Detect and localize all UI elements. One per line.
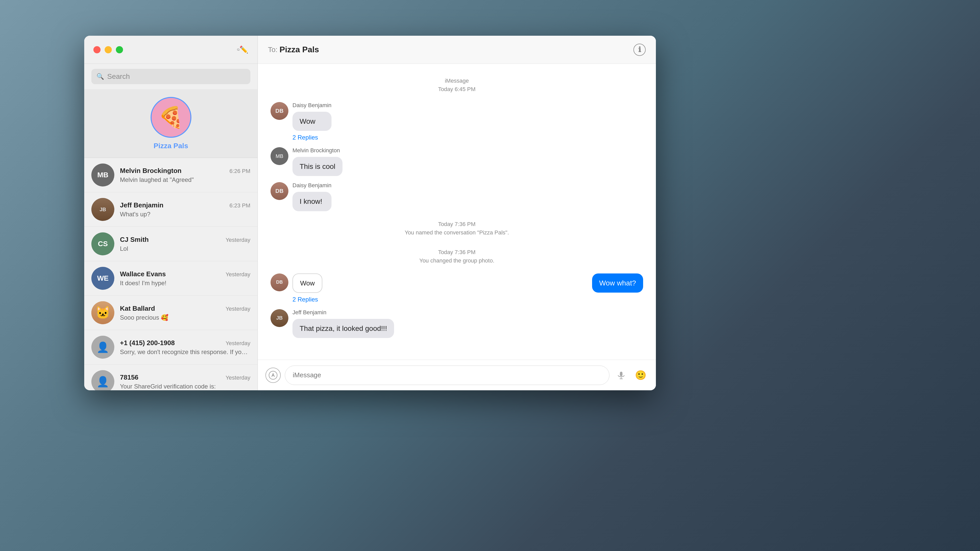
info-button[interactable]: ℹ xyxy=(633,44,646,56)
conv-time-phone: Yesterday xyxy=(226,340,250,347)
conv-preview-wallace: It does! I'm hype! xyxy=(120,279,250,287)
conv-content-phone: +1 (415) 200-1908 Yesterday Sorry, we do… xyxy=(120,339,250,356)
pizza-pals-featured[interactable]: 🍕 Pizza Pals xyxy=(84,89,258,158)
sender-name-jeff: Jeff Benjamin xyxy=(293,309,394,316)
msg-content-daisy-wow: Daisy Benjamin Wow 2 Replies xyxy=(293,102,331,141)
compose-button[interactable]: ✏️ xyxy=(237,44,248,56)
conv-content-cj: CJ Smith Yesterday Lol xyxy=(120,236,250,252)
conv-time-wallace: Yesterday xyxy=(226,271,250,278)
avatar-wallace: WE xyxy=(91,267,115,290)
conv-preview-cj: Lol xyxy=(120,245,250,252)
conv-header-wallace: Wallace Evans Yesterday xyxy=(120,270,250,278)
search-icon: 🔍 xyxy=(97,73,104,80)
message-row-melvin-cool: MB Melvin Brockington This is cool xyxy=(270,147,643,176)
system-message-imessage: iMessage Today 6:45 PM xyxy=(270,76,643,94)
info-icon: ℹ xyxy=(638,45,641,54)
avatar-kat: 🐱 xyxy=(91,301,115,324)
conv-name-78156: 78156 xyxy=(120,373,138,381)
messages-window: ✏️ 🔍 Search 🍕 Pizza Pals MB xyxy=(84,36,656,390)
conv-preview-78156: Your ShareGrid verification code is: xyxy=(120,383,250,390)
conv-time-melvin: 6:26 PM xyxy=(229,168,250,175)
msg-avatar-daisy: DB xyxy=(270,102,288,120)
titlebar: ✏️ xyxy=(84,36,258,64)
bubble-daisy-wow: Wow xyxy=(293,112,331,131)
sidebar: ✏️ 🔍 Search 🍕 Pizza Pals MB xyxy=(84,36,258,390)
conversation-list: MB Melvin Brockington 6:26 PM Melvin lau… xyxy=(84,158,258,390)
system-msg-line2: Today 6:45 PM xyxy=(270,85,643,94)
message-input[interactable] xyxy=(285,365,609,385)
system-message-photo: Today 7:36 PM You changed the group phot… xyxy=(270,248,643,265)
conversation-item-melvin[interactable]: MB Melvin Brockington 6:26 PM Melvin lau… xyxy=(84,158,258,192)
chat-title: Pizza Pals xyxy=(280,45,633,54)
conv-header-melvin: Melvin Brockington 6:26 PM xyxy=(120,167,250,175)
bubble-daisy-iknow: I know! xyxy=(293,192,331,211)
message-row-jeff-pizza: JB Jeff Benjamin That pizza, it looked g… xyxy=(270,309,643,338)
msg-avatar-jeff: JB xyxy=(270,309,288,327)
avatar-78156: 👤 xyxy=(91,370,115,390)
conv-name-phone: +1 (415) 200-1908 xyxy=(120,339,175,347)
avatar-cj: CS xyxy=(91,232,115,256)
message-row-anon-wow: DB Wow 2 Replies Wow what? xyxy=(270,273,643,303)
dictation-button[interactable] xyxy=(614,368,629,383)
messages-area: iMessage Today 6:45 PM DB Daisy Benjamin… xyxy=(258,64,656,360)
conversation-item-wallace[interactable]: WE Wallace Evans Yesterday It does! I'm … xyxy=(84,261,258,295)
conv-name-cj: CJ Smith xyxy=(120,236,149,244)
msg-avatar-melvin: MB xyxy=(270,147,288,165)
conversation-item-phone[interactable]: 👤 +1 (415) 200-1908 Yesterday Sorry, we … xyxy=(84,330,258,365)
msg-content-melvin: Melvin Brockington This is cool xyxy=(293,147,342,176)
avatar-jeff: JB xyxy=(91,198,115,221)
msg-avatar-anon: DB xyxy=(270,273,288,291)
avatar-melvin: MB xyxy=(91,164,115,186)
replies-daisy-wow[interactable]: 2 Replies xyxy=(293,134,331,141)
bubble-jeff-pizza: That pizza, it looked good!!! xyxy=(293,319,394,338)
system-message-named: Today 7:36 PM You named the conversation… xyxy=(270,220,643,237)
sender-name-daisy: Daisy Benjamin xyxy=(293,102,331,109)
minimize-button[interactable] xyxy=(105,46,112,53)
conv-content-melvin: Melvin Brockington 6:26 PM Melvin laughe… xyxy=(120,167,250,183)
emoji-icon: 🙂 xyxy=(635,370,646,381)
conv-header-kat: Kat Ballard Yesterday xyxy=(120,305,250,313)
search-placeholder: Search xyxy=(107,73,130,81)
conv-name-jeff: Jeff Benjamin xyxy=(120,201,164,209)
conversation-item-78156[interactable]: 👤 78156 Yesterday Your ShareGrid verific… xyxy=(84,365,258,390)
conv-preview-phone: Sorry, we don't recognize this response.… xyxy=(120,348,250,356)
msg-content-jeff-pizza: Jeff Benjamin That pizza, it looked good… xyxy=(293,309,394,338)
conv-time-78156: Yesterday xyxy=(226,375,250,381)
message-row-daisy-iknow: DB Daisy Benjamin I know! xyxy=(270,182,643,211)
conv-content-kat: Kat Ballard Yesterday Sooo precious 🥰 xyxy=(120,305,250,321)
sender-name-melvin: Melvin Brockington xyxy=(293,147,342,154)
system-msg-line1: iMessage xyxy=(270,76,643,85)
sys-named-line2: You named the conversation "Pizza Pals". xyxy=(270,228,643,237)
conv-name-kat: Kat Ballard xyxy=(120,305,155,313)
apps-button[interactable]: A xyxy=(266,368,281,383)
to-label: To: xyxy=(268,46,277,54)
msg-avatar-daisy-2: DB xyxy=(270,182,288,200)
conversation-item-jeff[interactable]: JB Jeff Benjamin 6:23 PM What's up? xyxy=(84,192,258,227)
sys-photo-line2: You changed the group photo. xyxy=(270,256,643,265)
bubble-anon-wow: Wow xyxy=(293,273,322,293)
conv-time-cj: Yesterday xyxy=(226,237,250,243)
conv-content-jeff: Jeff Benjamin 6:23 PM What's up? xyxy=(120,201,250,218)
window-controls xyxy=(94,46,123,53)
avatar-phone: 👤 xyxy=(91,336,115,359)
emoji-button[interactable]: 🙂 xyxy=(633,368,648,383)
chat-header: To: Pizza Pals ℹ xyxy=(258,36,656,64)
conv-header-cj: CJ Smith Yesterday xyxy=(120,236,250,244)
bubble-me-wowwhat: Wow what? xyxy=(592,273,643,292)
message-row-daisy-wow: DB Daisy Benjamin Wow 2 Replies xyxy=(270,102,643,141)
close-button[interactable] xyxy=(94,46,100,53)
conversation-item-cj[interactable]: CS CJ Smith Yesterday Lol xyxy=(84,227,258,261)
conv-preview-melvin: Melvin laughed at "Agreed" xyxy=(120,176,250,183)
conversation-item-kat[interactable]: 🐱 Kat Ballard Yesterday Sooo precious 🥰 xyxy=(84,295,258,330)
sender-name-daisy-2: Daisy Benjamin xyxy=(293,182,331,189)
search-bar[interactable]: 🔍 Search xyxy=(91,69,250,84)
bubble-melvin-cool: This is cool xyxy=(293,157,342,176)
input-area: A 🙂 xyxy=(258,360,656,390)
maximize-button[interactable] xyxy=(116,46,123,53)
chat-area: To: Pizza Pals ℹ iMessage Today 6:45 PM … xyxy=(258,36,656,390)
conv-header-78156: 78156 Yesterday xyxy=(120,373,250,381)
replies-anon-wow[interactable]: 2 Replies xyxy=(293,296,322,303)
conv-content-wallace: Wallace Evans Yesterday It does! I'm hyp… xyxy=(120,270,250,287)
sys-photo-line1: Today 7:36 PM xyxy=(270,248,643,256)
pizza-pals-avatar: 🍕 xyxy=(151,97,191,138)
